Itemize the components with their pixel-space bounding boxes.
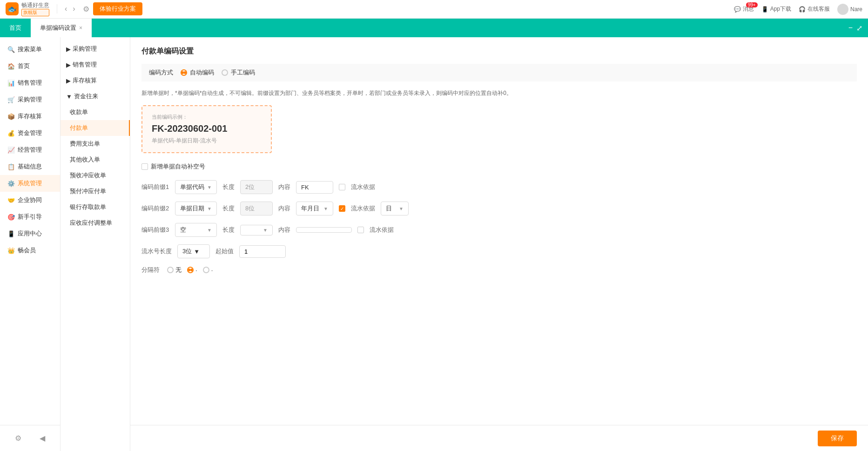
app-download-btn[interactable]: 📱 App下载 [761, 5, 791, 13]
content-select-2[interactable]: 年月日 ▼ [296, 202, 333, 215]
sep-none-option[interactable]: 无 [167, 266, 182, 274]
config-row-2: 编码前缀2 单据日期 ▼ 长度 8位 内容 年月日 ▼ ✓ 流水依据 日 [141, 202, 857, 215]
section-purchase[interactable]: ▶ 采购管理 [61, 41, 130, 57]
middle-item-prepay-payable[interactable]: 预付冲应付单 [61, 183, 130, 199]
section-capital[interactable]: ▼ 资金往来 [61, 88, 130, 104]
config-rows: 编码前缀1 单据代码 ▼ 长度 2位 内容 FK 流水依据 编码前缀2 [141, 180, 857, 237]
apps-icon: 📱 [7, 230, 15, 237]
section-capital-arrow: ▼ [66, 93, 72, 100]
message-badge: 99+ [746, 2, 758, 7]
sep-dash-radio[interactable] [203, 267, 209, 273]
sidebar-item-home[interactable]: 🏠 首页 [0, 58, 60, 74]
length-value-1: 2位 [245, 183, 255, 190]
middle-item-other-income[interactable]: 其他收入单 [61, 152, 130, 168]
prefix-select-1[interactable]: 单据代码 ▼ [175, 180, 217, 194]
auto-encoding-label: 自动编码 [190, 68, 214, 77]
serial-length-select[interactable]: 3位 ▼ [177, 244, 210, 258]
length-arrow-3: ▼ [263, 228, 268, 233]
section-inventory[interactable]: ▶ 库存核算 [61, 73, 130, 88]
sidebar-settings-btn[interactable]: ⚙ [15, 434, 21, 443]
flowing-label-2: 流水依据 [351, 204, 375, 213]
middle-item-bank[interactable]: 银行存取款单 [61, 199, 130, 215]
flowing-check-1[interactable] [339, 184, 345, 190]
prefix-value-3: 空 [180, 226, 186, 234]
sep-dash-option[interactable]: · [203, 267, 213, 274]
prefix-select-2[interactable]: 单据日期 ▼ [175, 202, 217, 215]
sidebar-bottom: ⚙ ◀ [0, 425, 61, 451]
sep-dot-radio[interactable] [187, 267, 194, 273]
settings-icon[interactable]: ⚙ [83, 5, 89, 13]
prefix-arrow-2: ▼ [207, 206, 212, 211]
sidebar-item-beginner[interactable]: 🎯 新手引导 [0, 209, 60, 225]
sep-dot-option[interactable]: · [187, 267, 197, 274]
auto-encoding-option[interactable]: 自动编码 [181, 68, 214, 77]
divider [57, 4, 57, 13]
section-purchase-label: 采购管理 [73, 45, 97, 53]
topbar-right: 💬 消息 99+ 📱 App下载 🎧 在线客服 Nare [734, 4, 862, 15]
content-label-1: 内容 [278, 183, 290, 191]
sep-dot-label: · [195, 267, 197, 274]
auto-fill-checkbox[interactable] [141, 163, 148, 170]
prefix-label-2: 编码前缀2 [141, 204, 169, 213]
sidebar-operations-label: 经营管理 [18, 146, 42, 154]
home-icon: 🏠 [7, 63, 15, 70]
flowing-label-3: 流水依据 [370, 226, 394, 234]
window-minimize-btn[interactable]: − [848, 24, 853, 32]
sidebar-basics-label: 基础信息 [18, 162, 42, 171]
length-label-2: 长度 [222, 204, 235, 213]
sidebar-item-apps[interactable]: 📱 应用中心 [0, 225, 60, 242]
flowing-check-2[interactable]: ✓ [339, 205, 345, 212]
message-btn[interactable]: 💬 消息 99+ [734, 5, 754, 13]
sidebar-collapse-btn[interactable]: ◀ [40, 434, 45, 443]
flowing-check-3[interactable] [357, 227, 364, 233]
prefix-select-3[interactable]: 空 ▼ [175, 223, 217, 237]
middle-item-expense[interactable]: 费用支出单 [61, 136, 130, 152]
tab-encoding[interactable]: 单据编码设置 × [31, 19, 92, 37]
sidebar-item-search[interactable]: 🔍 搜索菜单 [0, 41, 60, 58]
tab-encoding-close[interactable]: × [79, 25, 82, 31]
sidebar-item-finance[interactable]: 💰 资金管理 [0, 125, 60, 141]
config-row-1: 编码前缀1 单据代码 ▼ 长度 2位 内容 FK 流水依据 [141, 180, 857, 194]
config-row-3: 编码前缀3 空 ▼ 长度 ▼ 内容 流水依据 [141, 223, 857, 237]
sidebar-item-enterprise[interactable]: 🤝 企业协同 [0, 192, 60, 209]
tab-home-label: 首页 [9, 24, 21, 32]
tab-encoding-label: 单据编码设置 [40, 24, 76, 32]
content-value-3 [296, 227, 352, 233]
sidebar-item-system[interactable]: ⚙️ 系统管理 [0, 175, 60, 192]
length-select-3[interactable]: ▼ [240, 225, 273, 236]
manual-encoding-option[interactable]: 手工编码 [222, 68, 255, 77]
nav-back-btn[interactable]: ‹ [65, 5, 67, 13]
sidebar-item-sales[interactable]: 📊 销售管理 [0, 74, 60, 91]
middle-item-receipt[interactable]: 收款单 [61, 104, 130, 120]
middle-item-payment[interactable]: 付款单 [61, 120, 130, 136]
auto-encoding-radio[interactable] [181, 69, 187, 76]
middle-item-prepay-receivable[interactable]: 预收冲应收单 [61, 168, 130, 183]
section-sales[interactable]: ▶ 销售管理 [61, 57, 130, 73]
sidebar-item-purchase[interactable]: 🛒 采购管理 [0, 91, 60, 108]
start-input[interactable] [239, 245, 286, 258]
sep-none-radio[interactable] [167, 267, 174, 273]
middle-item-adjustment[interactable]: 应收应付调整单 [61, 215, 130, 231]
sidebar-home-label: 首页 [18, 62, 30, 70]
separator-row: 分隔符 无 · · [141, 266, 857, 274]
tab-home[interactable]: 首页 [0, 19, 31, 37]
finance-icon: 💰 [7, 130, 15, 137]
save-button[interactable]: 保存 [818, 431, 857, 446]
content-value-2: 年月日 [301, 204, 319, 213]
period-value-2: 日 [386, 204, 392, 213]
window-maximize-btn[interactable]: ⤢ [856, 24, 862, 33]
period-select-2[interactable]: 日 ▼ [381, 202, 409, 215]
user-profile[interactable]: Nare [837, 4, 862, 15]
sidebar-item-inventory[interactable]: 📦 库存核算 [0, 108, 60, 125]
trial-button[interactable]: 体验行业方案 [93, 2, 142, 15]
sidebar-item-basics[interactable]: 📋 基础信息 [0, 158, 60, 175]
sidebar-item-member[interactable]: 👑 畅会员 [0, 242, 60, 259]
manual-encoding-radio[interactable] [222, 69, 228, 76]
sidebar-item-operations[interactable]: 📈 经营管理 [0, 141, 60, 158]
online-service-btn[interactable]: 🎧 在线客服 [799, 5, 830, 13]
flowing-label-1: 流水依据 [351, 183, 375, 191]
section-inventory-arrow: ▶ [66, 77, 71, 84]
member-icon: 👑 [7, 247, 15, 254]
brand: 🐟 畅通好生意 旗舰版 [6, 2, 49, 16]
nav-forward-btn[interactable]: › [73, 5, 75, 13]
